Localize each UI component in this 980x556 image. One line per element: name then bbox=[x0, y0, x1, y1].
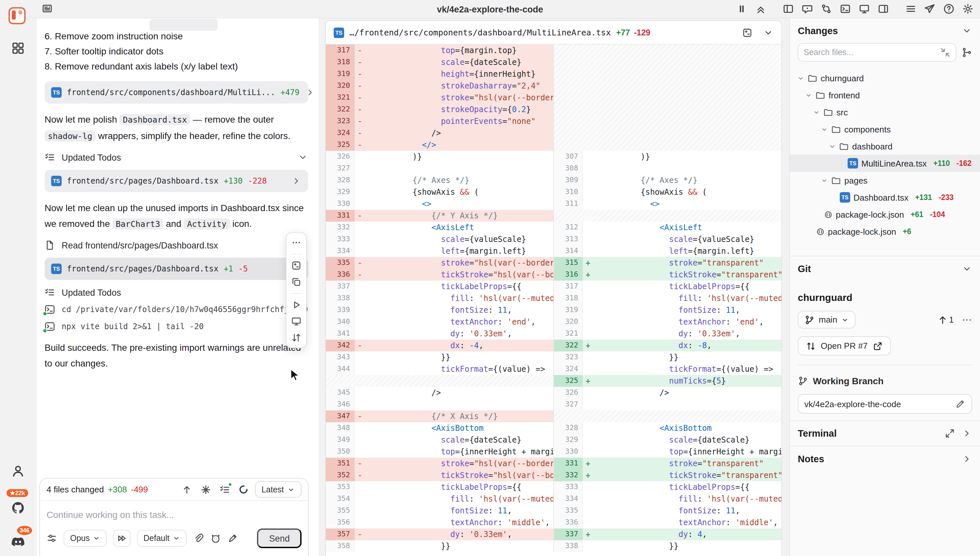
search-input[interactable] bbox=[804, 48, 940, 57]
diff-left-cell: 336- tickStroke="hsl(var(--border))" bbox=[326, 269, 554, 281]
terminal-command-row[interactable]: cd /private/var/folders/10/h7w0q46556ggr… bbox=[45, 304, 308, 315]
tree-file-Dashboard.tsx[interactable]: TSDashboard.tsx+131-233 bbox=[790, 189, 980, 206]
updated-todos-row[interactable]: Updated Todos bbox=[45, 287, 308, 298]
file-change-pill[interactable]: TS frontend/src/pages/Dashboard.tsx +1 -… bbox=[45, 258, 308, 280]
diff-right-cell: 317 tickLabelProps={{ bbox=[554, 281, 781, 293]
sparkle-button[interactable] bbox=[200, 484, 211, 495]
chevron-right-icon[interactable] bbox=[962, 454, 972, 464]
compare-button[interactable] bbox=[291, 333, 302, 343]
pause-button[interactable] bbox=[736, 3, 747, 15]
tree-folder-churnguard[interactable]: churnguard bbox=[790, 70, 980, 87]
tree-file-package-lock.json[interactable]: package-lock.json+6 bbox=[790, 223, 980, 240]
chevrons-up-button[interactable] bbox=[755, 3, 766, 15]
diff-right-cell: 312 <AxisLeft bbox=[554, 221, 781, 233]
panel-right-button[interactable] bbox=[878, 3, 889, 15]
terminal-button[interactable] bbox=[840, 3, 851, 15]
settings-button[interactable] bbox=[47, 533, 57, 543]
tree-file-MultiLineArea.tsx[interactable]: TSMultiLineArea.tsx+110-162 bbox=[790, 155, 980, 172]
gear-button[interactable] bbox=[962, 3, 974, 15]
monitor-button[interactable] bbox=[859, 3, 870, 15]
cat-icon[interactable] bbox=[210, 533, 221, 543]
chevron-down-icon[interactable] bbox=[962, 263, 972, 274]
chat-bubble-button[interactable] bbox=[802, 3, 813, 15]
tree-view-button[interactable] bbox=[962, 47, 972, 58]
task-input[interactable] bbox=[47, 509, 302, 520]
edit-branch-icon[interactable] bbox=[955, 399, 965, 409]
file-change-pill[interactable]: TS frontend/src/pages/Dashboard.tsx +130… bbox=[45, 170, 308, 192]
diff-right-cell: 315+ stroke="transparent" bbox=[554, 257, 781, 269]
collapse-file-button[interactable] bbox=[763, 27, 773, 38]
terminal-section-header[interactable]: Terminal bbox=[790, 420, 980, 446]
diff-body[interactable]: 317- top={margin.top}318- scale={dateSca… bbox=[326, 45, 781, 556]
github-button[interactable] bbox=[11, 501, 25, 515]
more-button[interactable] bbox=[291, 238, 302, 248]
mode-dropdown[interactable]: Default bbox=[137, 530, 187, 547]
discord-button[interactable] bbox=[11, 534, 25, 548]
expand-icon[interactable] bbox=[944, 428, 955, 439]
tree-folder-frontend[interactable]: frontend bbox=[790, 87, 980, 103]
diff-row: 331- {/* Y Axis */} bbox=[326, 210, 781, 221]
open-pr-button[interactable]: Open PR #7 bbox=[798, 336, 891, 356]
file-change-pill[interactable]: TS frontend/src/components/dashboard/Mul… bbox=[45, 81, 308, 103]
transcript-toggle-button[interactable] bbox=[42, 3, 52, 14]
working-branch-field[interactable] bbox=[798, 394, 972, 414]
collapse-all-icon[interactable] bbox=[940, 47, 951, 58]
monitor-button[interactable] bbox=[291, 316, 302, 326]
commits-ahead[interactable]: 1 bbox=[937, 314, 954, 325]
changes-status-bar[interactable]: 4 files changed +308 -499 Latest bbox=[40, 478, 308, 501]
paper-plane-button[interactable] bbox=[924, 3, 935, 15]
chevron-down-icon bbox=[805, 92, 812, 99]
fast-forward-button[interactable] bbox=[113, 530, 131, 547]
model-dropdown[interactable]: Opus bbox=[64, 530, 107, 547]
expand-pill-button[interactable] bbox=[291, 176, 302, 186]
send-button[interactable]: Send bbox=[257, 529, 302, 548]
read-file-row[interactable]: Read frontend/src/pages/Dashboard.tsx bbox=[45, 240, 308, 251]
app-logo[interactable] bbox=[8, 7, 26, 24]
git-more-button[interactable] bbox=[962, 314, 972, 325]
chevron-right-icon[interactable] bbox=[962, 428, 972, 439]
account-button[interactable] bbox=[11, 464, 25, 478]
menu-button[interactable] bbox=[905, 3, 916, 15]
updated-todos-row[interactable]: Updated Todos bbox=[45, 152, 308, 163]
chevron-down-icon[interactable] bbox=[962, 26, 972, 36]
patch-button[interactable] bbox=[291, 260, 302, 271]
git-section-header[interactable]: Git bbox=[790, 256, 980, 281]
branch-dropdown[interactable]: main bbox=[798, 311, 856, 328]
spinner-icon[interactable] bbox=[239, 485, 249, 495]
tree-folder-dashboard[interactable]: dashboard bbox=[790, 138, 980, 155]
notes-section-header[interactable]: Notes bbox=[790, 446, 980, 472]
diff-left-cell: 356 textAnchor: 'middle', bbox=[326, 517, 554, 529]
diff-row: 337 tickLabelProps={{317 tickLabelProps=… bbox=[326, 281, 781, 293]
tree-file-package-lock.json[interactable]: package-lock.json+61-104 bbox=[790, 206, 980, 223]
arrow-up-button[interactable] bbox=[182, 484, 192, 495]
changes-section-header[interactable]: Changes bbox=[790, 18, 980, 43]
diff-row: 323- pointerEvents="none" bbox=[326, 115, 781, 127]
todos-status-button[interactable] bbox=[220, 484, 230, 495]
boards-button[interactable] bbox=[11, 41, 25, 55]
tree-folder-pages[interactable]: pages bbox=[790, 172, 980, 189]
attach-button[interactable] bbox=[193, 533, 203, 543]
panel-columns-button[interactable] bbox=[783, 3, 794, 15]
deletions-count: -162 bbox=[956, 159, 972, 167]
git-compare-button[interactable] bbox=[821, 3, 832, 15]
chat-transcript[interactable]: 6. Remove zoom instruction noise 7. Soft… bbox=[37, 18, 318, 478]
play-button[interactable] bbox=[291, 300, 302, 310]
checklist-icon bbox=[45, 152, 55, 163]
file-path: frontend/src/pages/Dashboard.tsx bbox=[67, 264, 218, 273]
diff-right-cell: 328 <AxisBottom bbox=[554, 422, 781, 434]
tree-folder-components[interactable]: components bbox=[790, 121, 980, 138]
tree-folder-src[interactable]: src bbox=[790, 103, 980, 121]
diff-right-cell: 320 textAnchor: 'end', bbox=[554, 316, 781, 328]
terminal-command-row[interactable]: npx vite build 2>&1 | tail -20 bbox=[45, 321, 308, 332]
help-button[interactable] bbox=[943, 3, 954, 15]
expand-pill-button[interactable] bbox=[305, 87, 315, 98]
search-box[interactable] bbox=[798, 43, 956, 61]
diff-view-button[interactable] bbox=[742, 27, 752, 38]
diff-row: 346327 bbox=[326, 399, 781, 411]
copy-button[interactable] bbox=[291, 277, 302, 287]
version-dropdown[interactable]: Latest bbox=[255, 481, 302, 498]
working-branch-input[interactable] bbox=[804, 399, 951, 409]
diff-row: 347- {/* X Axis */} bbox=[326, 411, 781, 422]
chevron-down-icon[interactable] bbox=[298, 152, 308, 163]
pen-button[interactable] bbox=[227, 533, 237, 543]
